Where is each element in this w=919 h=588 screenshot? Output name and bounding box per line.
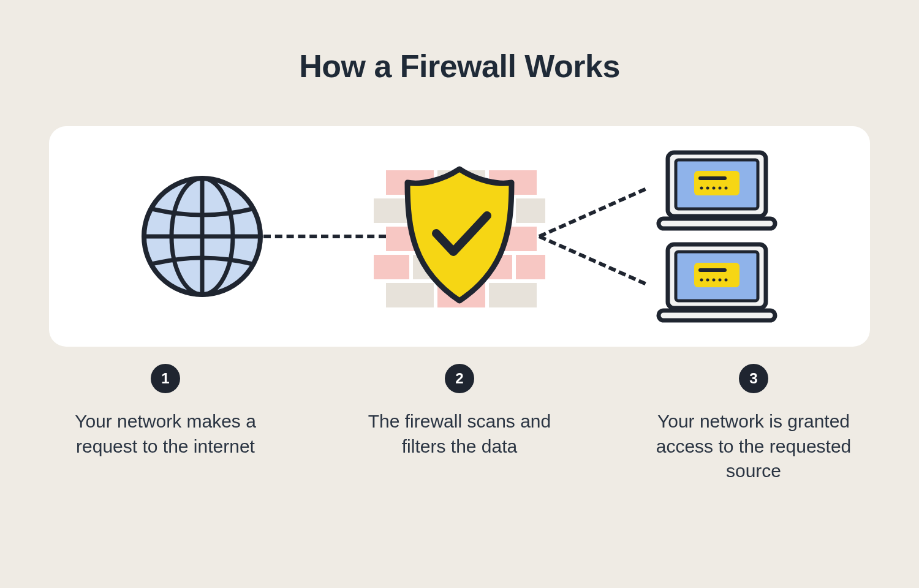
svg-rect-10 <box>516 198 545 223</box>
laptops-icon <box>625 148 809 325</box>
svg-rect-30 <box>659 219 775 228</box>
svg-rect-33 <box>694 263 739 287</box>
svg-rect-14 <box>374 255 409 279</box>
svg-rect-18 <box>386 283 434 307</box>
step-2: 2 The firewall scans and filters the dat… <box>349 364 570 484</box>
svg-rect-20 <box>489 283 537 307</box>
svg-rect-17 <box>516 255 545 279</box>
svg-rect-23 <box>694 171 739 195</box>
step-caption: The firewall scans and filters the data <box>349 409 570 459</box>
step-caption: Your network makes a request to the inte… <box>55 409 276 459</box>
step-caption: Your network is granted access to the re… <box>643 409 864 484</box>
step-badge: 2 <box>445 364 474 393</box>
step-1: 1 Your network makes a request to the in… <box>55 364 276 484</box>
svg-rect-40 <box>659 311 775 320</box>
step-badge: 3 <box>739 364 768 393</box>
firewall-shield-icon <box>368 157 551 316</box>
step-badge: 1 <box>151 364 180 393</box>
steps-row: 1 Your network makes a request to the in… <box>55 364 864 484</box>
svg-rect-7 <box>374 198 409 223</box>
page-title: How a Firewall Works <box>0 0 919 85</box>
diagram-card <box>49 126 870 347</box>
step-3: 3 Your network is granted access to the … <box>643 364 864 484</box>
